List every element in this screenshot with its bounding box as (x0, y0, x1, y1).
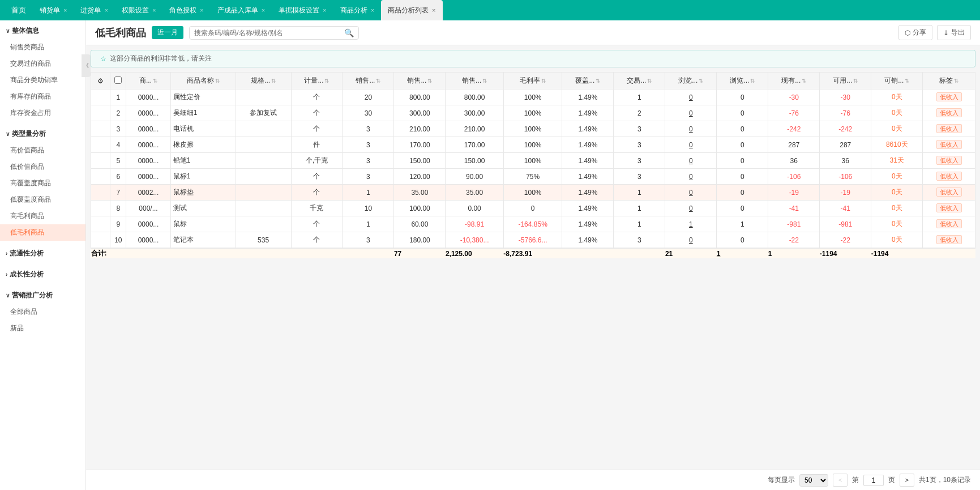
close-icon[interactable]: × (371, 7, 374, 14)
nav-item-roles[interactable]: 角色授权 × (162, 0, 210, 20)
summary-transaction (614, 248, 665, 258)
row-sales-amount: 180.00 (394, 232, 446, 249)
row-browse1[interactable]: 0 (665, 90, 717, 105)
nav-item-sales[interactable]: 销货单 × (33, 0, 74, 20)
sidebar-group-title-growth[interactable]: › 成长性分析 (0, 266, 85, 283)
sidebar-item-sales-goods[interactable]: 销售类商品 (0, 39, 85, 56)
col-sales-count[interactable]: 销售...⇅ (343, 73, 394, 90)
row-browse1[interactable]: 0 (665, 201, 717, 216)
sidebar-item-low-margin[interactable]: 低毛利商品 (0, 224, 85, 241)
table-row: 4 0000... 橡皮擦 件 3 170.00 170.00 100% 1.4… (91, 137, 975, 153)
sidebar-item-high-coverage[interactable]: 高覆盖度商品 (0, 175, 85, 191)
select-all-checkbox[interactable] (114, 76, 122, 84)
row-tag: 低收入 (923, 121, 975, 137)
sidebar-item-category-rate[interactable]: 商品分类助销率 (0, 72, 85, 88)
row-browse1[interactable]: 0 (665, 105, 717, 121)
share-button[interactable]: ⬡ 分享 (898, 25, 932, 40)
row-sales-count: 3 (343, 153, 394, 169)
nav-item-analysis[interactable]: 商品分析 × (333, 0, 381, 20)
col-settings[interactable]: ⚙ (91, 73, 110, 90)
row-sales-amount: 150.00 (394, 153, 446, 169)
row-sales-count: 30 (343, 105, 394, 121)
close-icon[interactable]: × (63, 7, 67, 14)
row-coverage: 1.49% (562, 216, 614, 232)
nav-item-home[interactable]: 首页 (5, 0, 33, 20)
row-sales-profit: 150.00 (446, 153, 503, 169)
sidebar-collapse-button[interactable]: 《 (82, 54, 91, 77)
sidebar-item-new-goods[interactable]: 新品 (0, 320, 85, 336)
close-icon[interactable]: × (200, 7, 203, 14)
row-available: 287 (820, 137, 871, 153)
row-browse1[interactable]: 0 (665, 185, 717, 201)
col-gross-margin[interactable]: 毛利率⇅ (503, 73, 562, 90)
col-transaction[interactable]: 交易...⇅ (614, 73, 665, 90)
per-page-select[interactable]: 50 100 200 (799, 474, 828, 487)
search-input[interactable] (194, 29, 344, 37)
col-coverage[interactable]: 覆盖...⇅ (562, 73, 614, 90)
nav-item-templates[interactable]: 单据模板设置 × (272, 0, 333, 20)
time-filter-button[interactable]: 近一月 (152, 26, 183, 39)
col-browse1[interactable]: 浏览...⇅ (665, 73, 717, 90)
sidebar-item-all-goods[interactable]: 全部商品 (0, 304, 85, 320)
sidebar-item-low-coverage[interactable]: 低覆盖度商品 (0, 191, 85, 208)
sidebar-item-traded-goods[interactable]: 交易过的商品 (0, 56, 85, 72)
close-icon[interactable]: × (323, 7, 326, 14)
sidebar-item-stock-goods[interactable]: 有库存的商品 (0, 88, 85, 105)
col-available[interactable]: 可用...⇅ (820, 73, 871, 90)
col-checkbox[interactable] (110, 73, 126, 90)
col-sales-amount[interactable]: 销售...⇅ (394, 73, 446, 90)
sidebar-group-title-marketing[interactable]: ∨ 营销推广分析 (0, 287, 85, 304)
sidebar-group-liquidity: › 流通性分析 (0, 243, 85, 264)
row-num: 8 (110, 201, 126, 216)
sidebar-item-low-value[interactable]: 低价值商品 (0, 159, 85, 175)
row-browse2: 0 (717, 153, 768, 169)
col-name[interactable]: 商品名称⇅ (170, 73, 236, 90)
row-browse1[interactable]: 0 (665, 137, 717, 153)
row-browse1[interactable]: 0 (665, 121, 717, 137)
row-available: -242 (820, 121, 871, 137)
row-saleable: 0天 (871, 201, 923, 216)
export-button[interactable]: ⤓ 导出 (937, 25, 971, 40)
chevron-right-icon: › (6, 250, 7, 257)
sidebar-item-high-value[interactable]: 高价值商品 (0, 142, 85, 159)
sidebar-group-title-type[interactable]: ∨ 类型量分析 (0, 126, 85, 142)
col-code[interactable]: 商...⇅ (126, 73, 170, 90)
next-page-button[interactable]: ＞ (900, 474, 914, 487)
row-tag: 低收入 (923, 90, 975, 105)
nav-item-products[interactable]: 产成品入库单 × (211, 0, 272, 20)
summary-browse1: 21 (665, 248, 717, 258)
sidebar-item-high-margin[interactable]: 高毛利商品 (0, 208, 85, 224)
row-name: 笔记本 (170, 232, 236, 249)
current-page-input[interactable] (863, 475, 884, 486)
row-coverage: 1.49% (562, 90, 614, 105)
col-spec[interactable]: 规格...⇅ (236, 73, 291, 90)
summary-label: 合计: (91, 248, 126, 258)
search-icon[interactable]: 🔍 (344, 28, 354, 37)
col-browse2[interactable]: 浏览...⇅ (717, 73, 768, 90)
row-transaction: 1 (614, 201, 665, 216)
close-icon[interactable]: × (104, 7, 108, 14)
nav-item-permissions[interactable]: 权限设置 × (115, 0, 162, 20)
row-browse1[interactable]: 0 (665, 169, 717, 185)
sidebar-item-stock-capital[interactable]: 库存资金占用 (0, 105, 85, 121)
sidebar-group-title-overview[interactable]: ∨ 整体信息 (0, 23, 85, 39)
col-current-stock[interactable]: 现有...⇅ (768, 73, 820, 90)
nav-item-analysis-list[interactable]: 商品分析列表 × (381, 0, 442, 20)
data-table-container[interactable]: ⚙ 商...⇅ 商品名称⇅ 规格...⇅ 计量...⇅ 销售...⇅ 销售...… (91, 72, 975, 465)
col-tag[interactable]: 标签⇅ (923, 73, 975, 90)
row-browse2: 0 (717, 121, 768, 137)
close-icon[interactable]: × (432, 7, 435, 14)
page-title: 低毛利商品 (95, 26, 146, 40)
close-icon[interactable]: × (152, 7, 156, 14)
sidebar-group-type-analysis: ∨ 类型量分析 高价值商品 低价值商品 高覆盖度商品 低覆盖度商品 高毛利商品 … (0, 123, 85, 243)
col-saleable[interactable]: 可销...⇅ (871, 73, 923, 90)
close-icon[interactable]: × (262, 7, 265, 14)
col-unit[interactable]: 计量...⇅ (291, 73, 343, 90)
prev-page-button[interactable]: ＜ (833, 474, 848, 487)
row-browse1[interactable]: 1 (665, 216, 717, 232)
row-browse1[interactable]: 0 (665, 232, 717, 249)
col-sales-profit[interactable]: 销售...⇅ (446, 73, 503, 90)
nav-item-purchase[interactable]: 进货单 × (74, 0, 114, 20)
sidebar-group-title-liquidity[interactable]: › 流通性分析 (0, 245, 85, 262)
row-browse1[interactable]: 0 (665, 153, 717, 169)
